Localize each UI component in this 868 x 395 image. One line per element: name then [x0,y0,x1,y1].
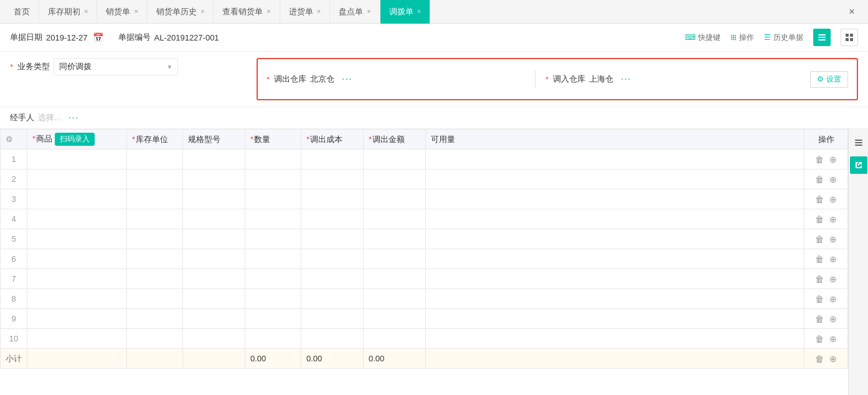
cell-spec-7[interactable] [183,269,245,289]
cell-qty-4[interactable] [245,209,301,229]
shortcut-action[interactable]: ⌨ 快捷键 [685,32,720,43]
table-wrapper[interactable]: ⚙ *商品 扫码录入 *库存单位 规格型号 *数量 *调出成本 *调出金额 可 [0,129,848,395]
sidebar-export-icon[interactable] [850,156,867,174]
cell-qty-6[interactable] [245,249,301,269]
cell-amount-8[interactable] [364,289,426,309]
delete-icon-4[interactable]: 🗑 [815,214,824,224]
cell-amount-1[interactable] [364,150,426,169]
cell-product-5[interactable] [27,229,127,249]
cell-product-8[interactable] [27,289,127,309]
tab-transfer[interactable]: 调拨单 × [380,0,430,24]
cell-qty-2[interactable] [245,169,301,189]
cell-amount-6[interactable] [364,249,426,269]
cell-qty-3[interactable] [245,189,301,209]
delete-icon-10[interactable]: 🗑 [815,334,824,344]
cell-product-10[interactable] [27,329,127,349]
copy-icon-2[interactable]: ⊕ [829,174,837,184]
history-action[interactable]: ☰ 历史单据 [764,32,803,43]
tab-stocktake[interactable]: 盘点单 × [330,0,380,24]
cell-product-6[interactable] [27,249,127,269]
cell-cost-8[interactable] [301,289,364,309]
cell-unit-7[interactable] [127,269,183,289]
sidebar-list-icon[interactable] [850,134,867,151]
cell-product-7[interactable] [27,269,127,289]
list-view-btn[interactable] [813,29,831,46]
cell-product-4[interactable] [27,209,127,229]
business-type-select[interactable]: 同价调拨 ▼ [54,58,178,75]
tab-close-sales-history[interactable]: × [200,8,204,15]
cell-unit-3[interactable] [127,189,183,209]
handler-select[interactable]: 选择... [38,112,61,123]
cell-product-9[interactable] [27,309,127,329]
cell-qty-5[interactable] [245,229,301,249]
cell-amount-5[interactable] [364,229,426,249]
cell-spec-5[interactable] [183,229,245,249]
copy-icon-7[interactable]: ⊕ [829,274,837,284]
cell-spec-8[interactable] [183,289,245,309]
grid-view-btn[interactable] [841,29,858,46]
cell-unit-9[interactable] [127,309,183,329]
cell-spec-9[interactable] [183,309,245,329]
cell-qty-8[interactable] [245,289,301,309]
cell-amount-9[interactable] [364,309,426,329]
copy-icon-5[interactable]: ⊕ [829,234,837,244]
delete-icon-7[interactable]: 🗑 [815,274,824,284]
tab-close-sales-order[interactable]: × [134,8,138,15]
handler-dots[interactable]: ··· [68,112,78,123]
cell-amount-7[interactable] [364,269,426,289]
cell-cost-6[interactable] [301,249,364,269]
cell-unit-5[interactable] [127,229,183,249]
delete-icon-sub[interactable]: 🗑 [815,354,824,364]
copy-icon-6[interactable]: ⊕ [829,254,837,264]
tab-sales-order[interactable]: 销货单 × [97,0,147,24]
cell-amount-10[interactable] [364,329,426,349]
cell-unit-8[interactable] [127,289,183,309]
cell-unit-6[interactable] [127,249,183,269]
tab-close-transfer[interactable]: × [417,8,421,15]
tab-sales-history[interactable]: 销货单历史 × [148,0,214,24]
delete-icon-2[interactable]: 🗑 [815,174,824,184]
cell-cost-9[interactable] [301,309,364,329]
cell-qty-1[interactable] [245,150,301,169]
copy-icon-sub[interactable]: ⊕ [829,354,837,364]
cell-unit-4[interactable] [127,209,183,229]
delete-icon-9[interactable]: 🗑 [815,314,824,324]
scan-button[interactable]: 扫码录入 [55,133,95,146]
cell-unit-2[interactable] [127,169,183,189]
tab-purchase[interactable]: 进货单 × [280,0,330,24]
cell-cost-1[interactable] [301,150,364,169]
cell-spec-1[interactable] [183,150,245,169]
copy-icon-1[interactable]: ⊕ [829,155,837,164]
settings-button[interactable]: ⚙ 设置 [810,71,848,88]
cell-spec-10[interactable] [183,329,245,349]
cell-qty-10[interactable] [245,329,301,349]
tab-view-sales[interactable]: 查看销货单 × [214,0,280,24]
cell-spec-3[interactable] [183,189,245,209]
tab-home[interactable]: 首页 [5,0,39,24]
calendar-icon[interactable]: 📅 [93,32,103,42]
cell-cost-4[interactable] [301,209,364,229]
cell-amount-2[interactable] [364,169,426,189]
delete-icon-3[interactable]: 🗑 [815,194,824,204]
delete-icon-1[interactable]: 🗑 [815,155,824,164]
cell-product-3[interactable] [27,189,127,209]
cell-spec-4[interactable] [183,209,245,229]
transfer-in-dots[interactable]: ··· [621,74,631,85]
tab-inventory-init[interactable]: 库存期初 × [39,0,97,24]
cell-qty-9[interactable] [245,309,301,329]
tab-close-inventory-init[interactable]: × [84,8,88,15]
cell-cost-7[interactable] [301,269,364,289]
copy-icon-9[interactable]: ⊕ [829,314,837,324]
cell-cost-10[interactable] [301,329,364,349]
cell-unit-10[interactable] [127,329,183,349]
cell-spec-6[interactable] [183,249,245,269]
cell-amount-4[interactable] [364,209,426,229]
cell-product-1[interactable] [27,150,127,169]
copy-icon-4[interactable]: ⊕ [829,214,837,224]
copy-icon-3[interactable]: ⊕ [829,194,837,204]
cell-qty-7[interactable] [245,269,301,289]
cell-spec-2[interactable] [183,169,245,189]
table-settings-icon[interactable]: ⚙ [6,135,13,144]
operation-action[interactable]: ⊞ 操作 [730,32,754,43]
tab-close-stocktake[interactable]: × [367,8,370,15]
